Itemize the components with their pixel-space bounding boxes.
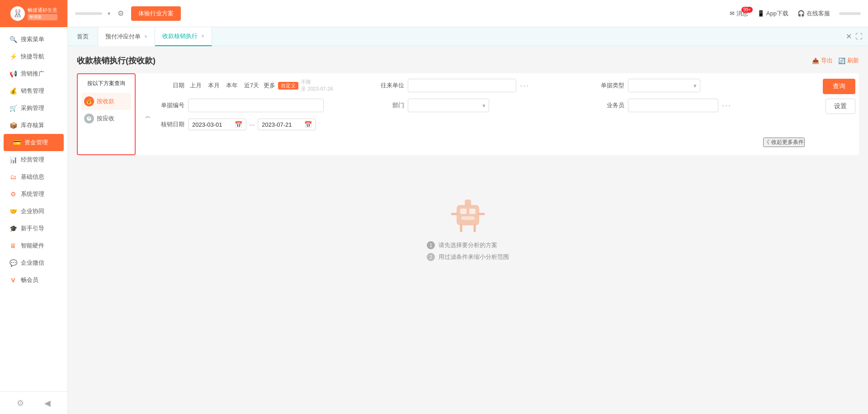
- verify-date-range: 📅 — 📅: [188, 119, 316, 130]
- sidebar-item-quick[interactable]: ⚡ 快捷导航: [0, 48, 67, 65]
- tabbar: 首页 预付冲应付单 × 收款核销执行 × ✕ ⛶: [68, 27, 868, 46]
- app-download-action[interactable]: 📱 App下载: [757, 10, 788, 18]
- verify-end-input[interactable]: [262, 121, 302, 128]
- shortcut-this-year[interactable]: 本年: [224, 81, 240, 90]
- sidebar-item-hardware[interactable]: 🖥 智能硬件: [0, 237, 67, 254]
- filter-collapse-button[interactable]: 《: [143, 111, 152, 118]
- sidebar-item-operation[interactable]: 📊 经营管理: [0, 151, 67, 168]
- filter-row-3: 核销日期 📅 — 📅: [160, 119, 812, 130]
- filter-option-by-collection[interactable]: 💰 按收款: [81, 93, 131, 110]
- empty-illustration: [448, 191, 488, 232]
- collapse-sidebar-icon[interactable]: ◀: [44, 398, 51, 408]
- user-info[interactable]: [839, 12, 861, 15]
- tab-collection[interactable]: 收款核销执行 ×: [155, 27, 212, 46]
- filter-form: 日期 上月 本月 本年 近7天 更多 自定义 不限 至 2023-07-26: [152, 73, 819, 155]
- tip-1-num: 1: [427, 241, 435, 249]
- date-more[interactable]: 更多: [264, 81, 275, 90]
- guide-icon: 🎓: [9, 225, 17, 232]
- shortcut-this-month[interactable]: 本月: [206, 81, 222, 90]
- export-icon: 📤: [812, 57, 819, 64]
- empty-tip-2: 2 用过滤条件来缩小分析范围: [427, 253, 509, 261]
- svg-rect-3: [461, 216, 475, 220]
- inventory-icon: 📦: [9, 122, 17, 129]
- verify-end-cal-icon[interactable]: 📅: [304, 121, 312, 128]
- app-icon: 📱: [757, 10, 764, 17]
- sidebar-item-purchase[interactable]: 🛒 采购管理: [0, 100, 67, 117]
- date-to-hint: 至 2023-07-26: [301, 86, 333, 92]
- sidebar-item-basic[interactable]: 🗂 基础信息: [0, 168, 67, 186]
- service-action[interactable]: 🎧 在线客服: [797, 10, 830, 18]
- topbar-dropdown-icon[interactable]: ▾: [108, 10, 110, 17]
- settings-footer-icon[interactable]: ⚙: [17, 398, 24, 408]
- sidebar-item-marketing[interactable]: 📢 营销推广: [0, 65, 67, 82]
- service-icon: 🎧: [797, 10, 805, 17]
- filter-row-1: 日期 上月 本月 本年 近7天 更多 自定义 不限 至 2023-07-26: [160, 79, 812, 92]
- verify-date-separator: —: [249, 121, 255, 128]
- staff-dots-button[interactable]: ···: [722, 101, 731, 110]
- sidebar-item-search[interactable]: 🔍 搜索菜单: [0, 31, 67, 48]
- sidebar-item-finance[interactable]: 💳 资金管理: [4, 134, 64, 151]
- tab-close-prepay[interactable]: ×: [144, 33, 147, 40]
- doc-type-select-wrap: [628, 79, 700, 92]
- counterpart-dots-button[interactable]: ···: [520, 81, 529, 90]
- doc-type-field: 单据类型: [599, 79, 812, 92]
- shortcut-last-month[interactable]: 上月: [188, 81, 203, 90]
- verify-end-wrap: 📅: [258, 119, 316, 130]
- shortcut-7days[interactable]: 近7天: [242, 81, 261, 90]
- date-custom-badge[interactable]: 自定义: [278, 82, 298, 90]
- quick-icon: ⚡: [9, 53, 17, 60]
- query-button[interactable]: 查询: [823, 79, 855, 94]
- search-icon: 🔍: [9, 36, 17, 43]
- doc-no-field: 单据编号: [160, 99, 372, 112]
- refresh-icon: 🔄: [838, 57, 845, 64]
- sales-icon: 💰: [9, 87, 17, 95]
- hardware-icon: 🖥: [9, 242, 17, 249]
- tip-2-num: 2: [427, 253, 435, 261]
- sidebar-item-inventory[interactable]: 📦 库存核算: [0, 117, 67, 134]
- topbar-gear-icon[interactable]: ⚙: [118, 9, 124, 18]
- counterpart-input[interactable]: [408, 79, 516, 92]
- filter-option-by-receivable[interactable]: 🕐 按应收: [81, 110, 131, 127]
- verify-date-field: 核销日期 📅 — 📅: [160, 119, 812, 130]
- by-collection-icon: 💰: [84, 96, 94, 106]
- member-icon: V: [9, 277, 17, 284]
- tab-prepay[interactable]: 预付冲应付单 ×: [98, 27, 155, 46]
- tab-expand-icon[interactable]: ⛶: [855, 33, 863, 41]
- page-header-actions: 📤 导出 🔄 刷新: [812, 57, 859, 65]
- tab-home[interactable]: 首页: [68, 27, 98, 46]
- doc-type-select[interactable]: [628, 79, 700, 92]
- message-icon: ✉: [730, 10, 735, 17]
- doc-no-label: 单据编号: [160, 101, 184, 109]
- refresh-button[interactable]: 🔄 刷新: [838, 57, 859, 65]
- solution-button[interactable]: 体验行业方案: [131, 6, 181, 21]
- dept-select[interactable]: [408, 99, 489, 112]
- staff-input[interactable]: [628, 99, 718, 112]
- export-button[interactable]: 📤 导出: [812, 57, 833, 65]
- staff-field: 业务员 ···: [599, 99, 812, 112]
- sidebar-item-system[interactable]: ⚙ 系统管理: [0, 186, 67, 203]
- finance-icon: 💳: [13, 139, 21, 146]
- sidebar-item-member[interactable]: V 畅会员: [0, 271, 67, 289]
- logo-text: 畅捷通好生意 标准版: [28, 7, 57, 20]
- message-action[interactable]: ✉ 消息 99+: [730, 10, 748, 18]
- tab-close-all-icon[interactable]: ✕: [846, 32, 852, 41]
- svg-rect-0: [457, 205, 479, 225]
- filter-sidebar: 按以下方案查询 💰 按收款 🕐 按应收: [77, 73, 136, 155]
- tab-close-collection[interactable]: ×: [201, 33, 204, 39]
- verify-start-wrap: 📅: [188, 119, 246, 130]
- doc-no-input[interactable]: [188, 99, 324, 112]
- operation-icon: 📊: [9, 156, 17, 163]
- verify-start-cal-icon[interactable]: 📅: [235, 121, 242, 128]
- sidebar-item-sales[interactable]: 💰 销售管理: [0, 82, 67, 100]
- sidebar-item-collab[interactable]: 🤝 企业协同: [0, 203, 67, 220]
- svg-rect-2: [469, 209, 476, 214]
- main-area: ▾ ⚙ 体验行业方案 ✉ 消息 99+ 📱 App下载 🎧 在线客服 首页 预付…: [68, 0, 868, 414]
- verify-start-input[interactable]: [192, 121, 233, 128]
- sidebar-nav: 🔍 搜索菜单 ⚡ 快捷导航 📢 营销推广 💰 销售管理 🛒 采购管理 📦 库存核…: [0, 27, 67, 391]
- collapse-more-button[interactable]: 《 收起更多条件: [763, 138, 805, 147]
- date-label: 日期: [160, 81, 184, 90]
- sidebar-item-wechat[interactable]: 💬 企业微信: [0, 254, 67, 271]
- setting-button[interactable]: 设置: [826, 99, 855, 114]
- sidebar-item-guide[interactable]: 🎓 新手引导: [0, 220, 67, 237]
- page-header: 收款核销执行(按收款) 📤 导出 🔄 刷新: [77, 55, 859, 66]
